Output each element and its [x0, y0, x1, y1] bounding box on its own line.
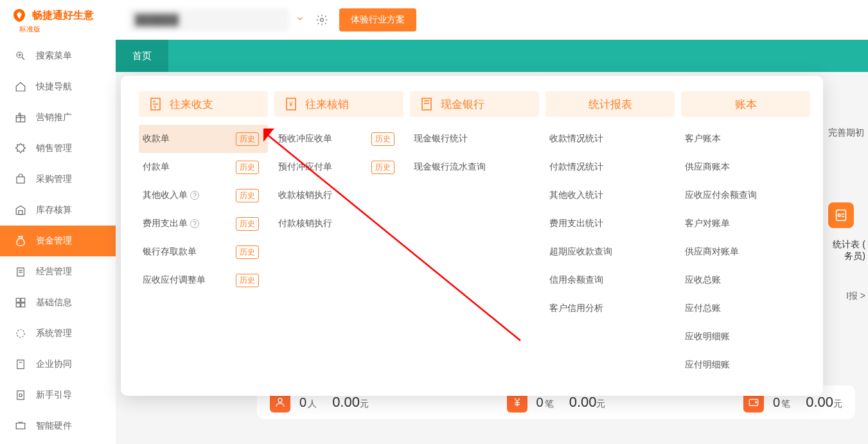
- menu-item-cust-ledger[interactable]: 客户账本: [681, 125, 810, 153]
- history-tag[interactable]: 历史: [236, 274, 259, 287]
- guide-icon: [14, 389, 27, 402]
- sidebar-item-hardware[interactable]: 智能硬件: [0, 411, 116, 441]
- history-tag[interactable]: 历史: [236, 217, 259, 231]
- receipt-icon: ¥: [148, 96, 163, 112]
- mega-header-writeoff: ¥ 往来核销: [274, 91, 403, 117]
- org-selector[interactable]: ██████: [128, 8, 289, 31]
- menu-item-bank-transfer[interactable]: 银行存取款单历史: [139, 238, 268, 266]
- menu-item-cashbank-flow[interactable]: 现金银行流水查询: [410, 153, 539, 181]
- sidebar-item-quick-nav[interactable]: 快捷导航: [0, 71, 116, 102]
- sidebar-item-funds[interactable]: 资金管理: [0, 226, 116, 256]
- funds-mega-menu: ¥ 往来收支 收款单历史 付款单历史 其他收入单?历史 费用支出单?历史 银行存…: [121, 76, 823, 396]
- menu-item-prepay-offset[interactable]: 预付冲应付单历史: [274, 153, 403, 181]
- mega-header-label: 统计报表: [589, 97, 632, 112]
- svg-marker-7: [16, 144, 26, 153]
- sidebar-item-inventory[interactable]: 库存核算: [0, 195, 116, 226]
- menu-item-cust-credit-analysis[interactable]: 客户信用分析: [545, 294, 675, 323]
- sidebar-item-operation[interactable]: 经营管理: [0, 256, 116, 287]
- menu-item-pay-stat[interactable]: 付款情况统计: [545, 153, 675, 181]
- svg-point-21: [19, 394, 22, 397]
- history-tag[interactable]: 历史: [236, 245, 259, 259]
- svg-point-25: [321, 18, 324, 21]
- mega-header-label: 账本: [735, 97, 757, 112]
- svg-rect-8: [17, 177, 24, 183]
- menu-item-cust-statement[interactable]: 客户对账单: [681, 209, 810, 238]
- menu-item-ap-general[interactable]: 应付总账: [681, 294, 810, 323]
- menu-item-overdue-recv[interactable]: 超期应收款查询: [545, 238, 675, 266]
- history-tag[interactable]: 历史: [371, 132, 394, 146]
- sidebar-item-collab[interactable]: 企业协同: [0, 349, 116, 380]
- mega-header-label: 往来核销: [305, 97, 349, 112]
- brand-edition: 标准版: [19, 24, 116, 34]
- menu-item-recv-writeoff-exec[interactable]: 收款核销执行: [274, 181, 403, 209]
- badge-icon: [14, 142, 27, 155]
- menu-item-recv-stat[interactable]: 收款情况统计: [545, 125, 675, 153]
- svg-rect-15: [16, 303, 20, 307]
- menu-item-supplier-statement[interactable]: 供应商对账单: [681, 238, 810, 266]
- partial-text-behind: 完善期初: [828, 127, 864, 139]
- sidebar: 畅捷通好生意 标准版 搜索菜单 快捷导航 营销推广 销售管理 采购管理 库存核算: [0, 0, 116, 444]
- mega-header-cashbank: 现金银行: [410, 91, 539, 117]
- menu-item-expense[interactable]: 费用支出单?历史: [139, 209, 268, 238]
- svg-rect-22: [16, 423, 25, 429]
- mega-header-label: 现金银行: [441, 97, 484, 112]
- floating-action-button[interactable]: [828, 202, 854, 228]
- menu-item-arap-adjust[interactable]: 应收应付调整单历史: [139, 266, 268, 294]
- bank-icon: [419, 96, 434, 112]
- menu-item-other-income[interactable]: 其他收入单?历史: [139, 181, 268, 209]
- sidebar-item-marketing[interactable]: 营销推广: [0, 102, 116, 133]
- sidebar-item-sales[interactable]: 销售管理: [0, 133, 116, 164]
- sidebar-item-basedata[interactable]: 基础信息: [0, 287, 116, 318]
- gear-icon[interactable]: [311, 9, 333, 31]
- sidebar-item-label: 智能硬件: [36, 420, 72, 432]
- help-icon[interactable]: ?: [190, 219, 199, 228]
- sidebar-item-label: 企业协同: [36, 359, 72, 370]
- menu-item-payment[interactable]: 付款单历史: [139, 153, 268, 181]
- sidebar-item-purchase[interactable]: 采购管理: [0, 164, 116, 195]
- warehouse-icon: [14, 204, 27, 217]
- mega-header-label: 往来收支: [170, 97, 213, 112]
- doc-yen-icon: ¥: [283, 96, 299, 112]
- ring-icon: [14, 327, 27, 340]
- grid-icon: [14, 296, 27, 309]
- menu-item-supplier-ledger[interactable]: 供应商账本: [681, 153, 810, 181]
- sidebar-item-label: 营销推广: [36, 112, 72, 123]
- money-bag-icon: [14, 235, 27, 247]
- menu-item-arap-balance[interactable]: 应收应付余额查询: [681, 181, 810, 209]
- menu-item-other-income-stat[interactable]: 其他收入统计: [545, 181, 675, 209]
- history-tag[interactable]: 历史: [371, 161, 394, 174]
- sidebar-item-system[interactable]: 系统管理: [0, 318, 116, 349]
- partial-text-behind[interactable]: I报 >: [846, 290, 865, 302]
- svg-rect-20: [17, 391, 24, 400]
- tabbar: 首页: [116, 40, 868, 72]
- main-area: ██████ 体验行业方案 首页 ¥ 往来收支 收款单历史 付款单历史 其他收入…: [116, 0, 868, 444]
- help-icon[interactable]: ?: [190, 191, 199, 200]
- mega-header-ledger: 账本: [681, 91, 810, 117]
- svg-rect-13: [16, 298, 20, 302]
- menu-item-receipt[interactable]: 收款单历史: [139, 125, 268, 153]
- svg-line-1: [22, 57, 24, 60]
- menu-item-cashbank-stat[interactable]: 现金银行统计: [410, 125, 539, 153]
- svg-point-39: [278, 398, 282, 402]
- sidebar-item-guide[interactable]: 新手引导: [0, 380, 116, 411]
- org-name-blurred: ██████: [135, 14, 179, 26]
- sidebar-item-search-menu[interactable]: 搜索菜单: [0, 40, 116, 71]
- history-tag[interactable]: 历史: [236, 132, 259, 146]
- menu-item-ap-detail[interactable]: 应付明细账: [681, 351, 810, 379]
- partial-text-behind: 务员): [844, 251, 865, 262]
- menu-item-prerecv-offset[interactable]: 预收冲应收单历史: [274, 125, 403, 153]
- history-tag[interactable]: 历史: [236, 189, 259, 202]
- tab-home[interactable]: 首页: [116, 40, 168, 72]
- menu-item-pay-writeoff-exec[interactable]: 付款核销执行: [274, 209, 403, 238]
- svg-rect-16: [21, 303, 25, 307]
- home-icon: [14, 80, 27, 93]
- sidebar-item-label: 快捷导航: [36, 81, 72, 93]
- experience-button[interactable]: 体验行业方案: [339, 8, 416, 31]
- svg-rect-14: [21, 298, 25, 302]
- menu-item-ar-general[interactable]: 应收总账: [681, 266, 810, 294]
- chevron-down-icon[interactable]: [296, 14, 305, 25]
- menu-item-credit-balance[interactable]: 信用余额查询: [545, 266, 675, 294]
- menu-item-expense-stat[interactable]: 费用支出统计: [545, 209, 675, 238]
- history-tag[interactable]: 历史: [236, 161, 259, 174]
- menu-item-ar-detail[interactable]: 应收明细账: [681, 323, 810, 351]
